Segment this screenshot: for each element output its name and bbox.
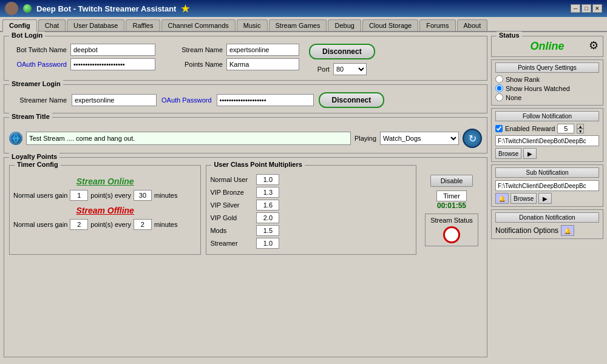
online-gain-amount[interactable] <box>70 190 88 201</box>
mult-label-1: VIP Bronze <box>210 189 253 196</box>
points-name-input[interactable] <box>226 58 299 70</box>
stream-online-label: Stream Online <box>13 177 197 186</box>
follow-browse-button[interactable]: Browse <box>495 148 521 159</box>
mult-input-4[interactable] <box>256 225 279 236</box>
mult-input-2[interactable] <box>256 200 279 211</box>
game-select[interactable]: Watch_Dogs <box>380 132 459 145</box>
star-icon: ★ <box>181 3 189 15</box>
tab-user-database[interactable]: User Database <box>67 19 124 31</box>
spin-down[interactable]: ▼ <box>577 129 584 133</box>
streamer-name-input[interactable] <box>72 94 157 106</box>
none-radio[interactable] <box>495 93 503 101</box>
maximize-button[interactable]: □ <box>582 4 591 13</box>
follow-path-input[interactable] <box>495 135 599 146</box>
show-hours-label: Show Hours Watched <box>506 85 570 92</box>
minimize-button[interactable]: ─ <box>571 4 580 13</box>
online-text: Online <box>495 40 599 53</box>
status-dot <box>23 4 32 13</box>
title-bar: Deep Bot - Twitch Streamer Assistant ★ ─… <box>0 0 607 17</box>
oauth-row: OAuth Password <box>9 58 155 70</box>
follow-play-button[interactable]: ▶ <box>523 148 537 159</box>
streamer-oauth-input[interactable] <box>217 94 314 106</box>
tab-chat[interactable]: Chat <box>38 19 66 31</box>
bot-disconnect-button[interactable]: Disconnect <box>309 44 375 59</box>
donation-notif-icon: 🔔 <box>561 225 574 236</box>
sub-path-input[interactable] <box>495 180 599 191</box>
streamer-disconnect-button[interactable]: Disconnect <box>319 92 385 108</box>
follow-enabled-label: Enabled <box>505 125 529 132</box>
follow-notification-title-button[interactable]: Follow Notification <box>495 111 599 121</box>
online-gain-row: Normal users gain point(s) every minutes <box>13 190 197 201</box>
tab-channel-commands[interactable]: Channel Commands <box>161 19 236 31</box>
bot-name-input[interactable] <box>70 44 155 56</box>
multiplier-row: Mods <box>210 225 412 236</box>
stream-title-row: Playing Watch_Dogs ↻ <box>9 129 482 148</box>
offline-gain-minutes[interactable] <box>134 219 152 230</box>
mult-input-1[interactable] <box>256 187 279 198</box>
sub-play-button[interactable]: ▶ <box>538 193 552 204</box>
left-panel: Bot Login Bot Twitch Name OAuth Password… <box>4 36 487 357</box>
follow-enabled-checkbox[interactable] <box>495 125 503 132</box>
playing-label: Playing <box>354 135 376 142</box>
points-name-row: Points Name <box>165 58 299 70</box>
earth-icon <box>9 132 22 145</box>
points-query-title-button[interactable]: Points Query Settings <box>495 62 599 73</box>
online-gain-minutes[interactable] <box>134 190 152 201</box>
show-hours-row: Show Hours Watched <box>495 84 599 92</box>
spin-up[interactable]: ▲ <box>577 124 584 129</box>
close-button[interactable]: ✕ <box>592 4 602 13</box>
tab-config[interactable]: Config <box>2 19 37 32</box>
sub-notif-icon: 🔔 <box>495 193 509 204</box>
follow-reward-input[interactable] <box>557 124 574 133</box>
oauth-input[interactable] <box>70 58 155 70</box>
oauth-label[interactable]: OAuth Password <box>9 61 67 68</box>
title-bar-left: Deep Bot - Twitch Streamer Assistant ★ <box>5 2 189 15</box>
sub-browse-button[interactable]: Browse <box>510 193 537 204</box>
show-rank-radio[interactable] <box>495 75 503 83</box>
tab-debug[interactable]: Debug <box>328 19 361 31</box>
tab-stream-games[interactable]: Stream Games <box>269 19 327 31</box>
mult-input-3[interactable] <box>256 212 279 223</box>
sub-notification-section: Sub Notification 🔔 Browse ▶ <box>491 164 603 207</box>
points-name-label: Points Name <box>165 61 223 68</box>
port-label: Port <box>317 66 330 73</box>
streamer-login-title: Streamer Login <box>9 80 63 87</box>
port-select[interactable]: 80 8080 <box>333 63 367 75</box>
multiplier-row: VIP Bronze <box>210 187 412 198</box>
stream-title-section: Stream Title Playing Watch_Dogs ↻ <box>4 117 487 153</box>
tab-raffles[interactable]: Raffles <box>126 19 160 31</box>
status-title: Status <box>497 32 522 39</box>
sub-notification-title-button[interactable]: Sub Notification <box>495 167 599 178</box>
streamer-oauth-label[interactable]: OAuth Password <box>161 96 212 104</box>
offline-gain-prefix: Normal users gain <box>13 221 67 228</box>
reward-spinner[interactable]: ▲ ▼ <box>577 124 584 133</box>
multiplier-row: VIP Silver <box>210 200 412 211</box>
update-button[interactable]: ↻ <box>463 129 482 148</box>
disable-button[interactable]: Disable <box>430 175 473 187</box>
timer-time: 00:01:55 <box>436 201 467 210</box>
streamer-name-label: Streamer Name <box>9 96 67 104</box>
stream-status-title: Stream Status <box>430 217 473 224</box>
streamer-login-section: Streamer Login Streamer Name OAuth Passw… <box>4 84 487 113</box>
mult-input-0[interactable] <box>256 174 279 185</box>
loyalty-points-section: Loyalty Points Timer Config Stream Onlin… <box>4 157 487 357</box>
tab-music[interactable]: Music <box>237 19 268 31</box>
mult-input-5[interactable] <box>256 238 279 249</box>
show-rank-label: Show Rank <box>506 76 540 83</box>
bot-login-title: Bot Login <box>9 32 45 39</box>
stream-name-input[interactable] <box>226 44 299 56</box>
donation-notification-title-button[interactable]: Donation Notification <box>495 212 599 223</box>
multiplier-row: VIP Gold <box>210 212 412 223</box>
gear-icon[interactable]: ⚙ <box>587 39 600 52</box>
offline-gain-amount[interactable] <box>70 219 88 230</box>
donation-notification-section: Donation Notification Notification Optio… <box>491 209 603 239</box>
tab-forums[interactable]: Forums <box>419 19 455 31</box>
mult-label-0: Normal User <box>210 176 253 183</box>
loyalty-container: Timer Config Stream Online Normal users … <box>9 165 482 255</box>
tab-about[interactable]: About <box>457 19 488 31</box>
bot-name-row: Bot Twitch Name <box>9 44 155 56</box>
tab-cloud-storage[interactable]: Cloud Storage <box>362 19 418 31</box>
offline-gain-row: Normal users gain point(s) every minutes <box>13 219 197 230</box>
show-hours-radio[interactable] <box>495 84 503 92</box>
stream-title-input[interactable] <box>26 132 351 145</box>
